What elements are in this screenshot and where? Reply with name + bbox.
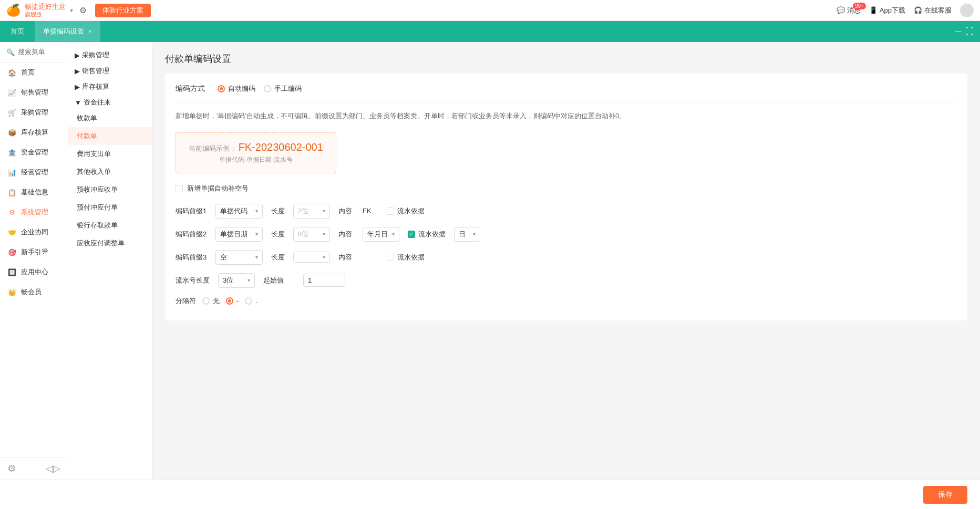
sidebar-item-basic-info[interactable]: 📋 基础信息 — [0, 182, 68, 202]
topbar: 🍊 畅捷通好生意 旗舰版 ▾ ⚙ 体验行业方案 💬 消息 99+ 📱 App下载… — [0, 0, 980, 21]
separator-none-radio[interactable]: 无 — [202, 296, 220, 306]
encode-method-radio-group: 自动编码 手工编码 — [218, 84, 302, 94]
auto-encode-dot — [218, 85, 225, 92]
prefix-3-length-label: 长度 — [271, 253, 285, 262]
maximize-icon[interactable]: ⛶ — [965, 27, 974, 36]
menu-group-sales-arrow: ▶ — [75, 67, 80, 75]
menu-group-sales[interactable]: ▶ 销售管理 — [68, 62, 152, 78]
menu-item-prepayment-recv[interactable]: 预收冲应收单 — [68, 181, 152, 199]
company-name: 畅捷通好生意 — [25, 3, 66, 11]
sidebar-item-guide[interactable]: 🎯 新手引导 — [0, 242, 68, 262]
separator-dash-radio[interactable]: - — [226, 297, 239, 305]
avatar[interactable] — [960, 4, 974, 17]
prefix-3-content-label: 内容 — [338, 253, 354, 262]
menu-group-capital[interactable]: ▼ 资金往来 — [68, 94, 152, 109]
sidebar-item-system[interactable]: ⚙ 系统管理 — [0, 202, 68, 222]
auto-encode-radio[interactable]: 自动编码 — [218, 84, 255, 94]
prefix-1-select[interactable]: 单据代码 ▾ — [215, 204, 263, 219]
menu-item-payment[interactable]: 付款单 — [68, 127, 152, 145]
menu-item-prepayment-pay[interactable]: 预付冲应付单 — [68, 199, 152, 216]
trial-button[interactable]: 体验行业方案 — [95, 4, 151, 17]
prefix-1-content-label: 内容 — [338, 206, 354, 216]
prefix-2-label: 编码前缀2 — [176, 230, 207, 239]
apps-icon: 🔲 — [7, 267, 17, 277]
prefix-2-select[interactable]: 单据日期 ▾ — [215, 227, 263, 242]
page-title: 付款单编码设置 — [165, 53, 967, 65]
sidebar-item-finance[interactable]: 🏦 资金管理 — [0, 142, 68, 162]
sidebar-item-management[interactable]: 📊 经营管理 — [0, 162, 68, 182]
preview-code: FK-20230602-001 — [239, 141, 323, 153]
encode-method-row: 编码方式 自动编码 手工编码 — [176, 84, 957, 102]
menu-group-inventory[interactable]: ▶ 库存核算 — [68, 78, 152, 94]
menu-item-receipt[interactable]: 收款单 — [68, 109, 152, 127]
sidebar-collapse-icon[interactable]: ◁▷ — [46, 463, 60, 474]
message-badge: 99+ — [853, 3, 866, 9]
home-icon: 🏠 — [7, 68, 17, 77]
prefix-3-label: 编码前缀3 — [176, 253, 207, 262]
topbar-right: 💬 消息 99+ 📱 App下载 🎧 在线客服 — [837, 4, 974, 17]
start-value-label: 起始值 — [263, 276, 295, 285]
serial-length-select[interactable]: 3位 ▾ — [218, 273, 255, 288]
prefix-2-serial-checkbox[interactable] — [408, 231, 415, 238]
search-icon: 🔍 — [6, 48, 15, 56]
minimize-icon[interactable]: ─ — [955, 27, 961, 36]
prefix-2-length-arrow: ▾ — [323, 231, 325, 237]
tab-home[interactable]: 首页 — [0, 21, 35, 42]
settings-icon: ⚙ — [7, 207, 17, 217]
sidebar-item-home[interactable]: 🏠 首页 — [0, 63, 68, 82]
prefix-3-length-arrow: ▾ — [323, 254, 325, 260]
sidebar-search[interactable]: 🔍 搜索菜单 — [0, 42, 68, 63]
auto-fill-label: 新增单据自动补空号 — [187, 184, 249, 193]
menu-group-purchase[interactable]: ▶ 采购管理 — [68, 46, 152, 62]
prefix-1-serial-label: 流水依据 — [397, 206, 425, 216]
separator-dot-radio[interactable]: . — [245, 297, 257, 305]
second-sidebar: ▶ 采购管理 ▶ 销售管理 ▶ 库存核算 ▼ 资金往来 收款单 付款单 费用支出… — [68, 42, 152, 480]
online-service-button[interactable]: 🎧 在线客服 — [914, 6, 952, 15]
sidebar-item-member[interactable]: 👑 畅会员 — [0, 282, 68, 302]
menu-item-adjust[interactable]: 应收应付调整单 — [68, 234, 152, 252]
dropdown-arrow-icon[interactable]: ▾ — [70, 7, 73, 14]
serial-length-arrow: ▾ — [247, 277, 250, 283]
sidebar-bottom: ⚙ ◁▷ — [0, 457, 68, 480]
separator-label: 分隔符 — [176, 296, 196, 306]
menu-item-bank[interactable]: 银行存取款单 — [68, 216, 152, 234]
serial-length-row: 流水号长度 3位 ▾ 起始值 — [176, 273, 957, 288]
gear-icon[interactable]: ⚙ — [79, 5, 87, 15]
prefix-3-serial-label: 流水依据 — [397, 253, 425, 262]
tab-active-doc-code[interactable]: 单据编码设置 × — [35, 21, 100, 42]
prefix-3-serial-checkbox[interactable] — [387, 254, 394, 261]
prefix-2-period-select[interactable]: 日 ▾ — [454, 227, 480, 242]
manual-encode-dot — [264, 85, 271, 92]
separator-none-dot — [202, 297, 210, 305]
sidebar-item-inventory[interactable]: 📦 库存核算 — [0, 122, 68, 142]
separator-row: 分隔符 无 - . — [176, 296, 957, 306]
sidebar-item-cooperation[interactable]: 🤝 企业协同 — [0, 222, 68, 242]
tab-close-icon[interactable]: × — [88, 28, 92, 35]
save-button[interactable]: 保存 — [923, 486, 967, 504]
manual-encode-radio[interactable]: 手工编码 — [264, 84, 302, 94]
sidebar-item-purchase[interactable]: 🛒 采购管理 — [0, 102, 68, 122]
prefix-3-length-select[interactable]: ▾ — [293, 252, 330, 263]
prefix-1-length-select[interactable]: 2位 ▾ — [293, 204, 330, 219]
prefix-2-length-select[interactable]: 8位 ▾ — [293, 227, 330, 242]
prefix-3-select[interactable]: 空 ▾ — [215, 250, 263, 265]
info-icon: 📋 — [7, 188, 17, 197]
sidebar-settings-icon[interactable]: ⚙ — [7, 463, 16, 474]
prefix-2-content-select[interactable]: 年月日 ▾ — [363, 227, 399, 242]
menu-item-other-income[interactable]: 其他收入单 — [68, 163, 152, 181]
app-download-button[interactable]: 📱 App下载 — [869, 6, 905, 15]
inventory-icon: 📦 — [7, 128, 17, 137]
message-button[interactable]: 💬 消息 99+ — [837, 6, 861, 15]
preview-sub: 单据代码-单据日期-流水号 — [189, 155, 323, 164]
sidebar-item-apps[interactable]: 🔲 应用中心 — [0, 262, 68, 282]
prefix-2-select-arrow: ▾ — [255, 231, 258, 237]
menu-group-purchase-arrow: ▶ — [75, 51, 80, 59]
guide-icon: 🎯 — [7, 247, 17, 257]
sidebar-item-sales[interactable]: 📈 销售管理 — [0, 82, 68, 102]
info-text: 新增单据时，'单据编码'自动生成，不可编辑。前缀设置为部门、业务员等档案类。开单… — [176, 111, 957, 122]
sidebar: 🔍 搜索菜单 🏠 首页 📈 销售管理 🛒 采购管理 📦 库存核算 🏦 资金管理 … — [0, 42, 68, 480]
start-value-input[interactable] — [303, 274, 345, 287]
prefix-1-serial-checkbox[interactable] — [387, 207, 394, 215]
auto-fill-checkbox[interactable] — [176, 185, 183, 192]
menu-item-expense[interactable]: 费用支出单 — [68, 145, 152, 163]
